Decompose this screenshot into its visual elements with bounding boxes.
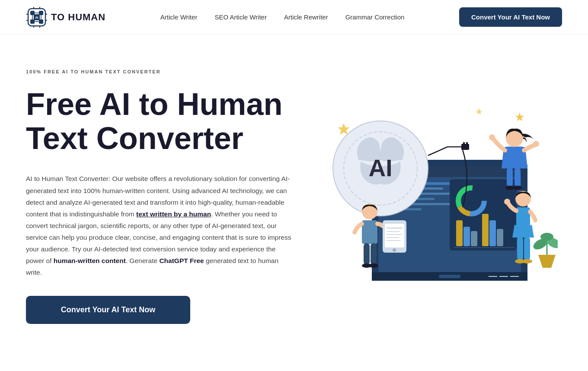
svg-rect-63: [364, 243, 370, 265]
svg-point-81: [522, 259, 532, 263]
hero-description: AI to Human Text Converter: Our website …: [26, 173, 294, 278]
svg-line-48: [428, 147, 447, 155]
svg-rect-51: [463, 142, 465, 145]
svg-rect-36: [482, 214, 489, 246]
svg-rect-34: [463, 227, 470, 246]
svg-rect-78: [517, 237, 523, 260]
svg-rect-38: [497, 229, 503, 246]
navbar: AI TO HUMAN Article Writer SEO Article W…: [0, 0, 588, 35]
svg-rect-4: [39, 19, 43, 24]
nav-item-article-writer[interactable]: Article Writer: [160, 13, 198, 21]
nav-item-article-rewriter[interactable]: Article Rewriter: [284, 13, 328, 21]
svg-rect-57: [514, 168, 521, 187]
svg-point-77: [504, 199, 510, 205]
svg-rect-50: [461, 144, 469, 150]
svg-rect-44: [439, 275, 460, 278]
hero-left: 100% FREE AI TO HUMAN TEXT CONVERTER Fre…: [26, 60, 303, 324]
svg-rect-33: [456, 220, 463, 246]
svg-rect-64: [371, 243, 377, 265]
hero-section: 100% FREE AI TO HUMAN TEXT CONVERTER Fre…: [0, 35, 588, 363]
small-tablet: [383, 220, 406, 253]
logo-icon: AI: [26, 6, 48, 28]
svg-point-85: [540, 233, 553, 241]
nav-cta-button[interactable]: Convert Your AI Text Now: [459, 7, 562, 27]
hero-highlight-3: ChatGPT Free: [159, 257, 204, 264]
svg-point-74: [393, 248, 396, 252]
plant-decoration: [531, 233, 558, 268]
svg-rect-2: [39, 11, 43, 15]
nav-item-seo-article-writer[interactable]: SEO Article Writer: [214, 13, 267, 21]
sparkle-small: [476, 108, 483, 114]
hero-badge: 100% FREE AI TO HUMAN TEXT CONVERTER: [26, 69, 303, 74]
svg-point-66: [369, 263, 378, 268]
svg-marker-87: [476, 108, 483, 114]
svg-rect-52: [466, 142, 468, 145]
svg-rect-37: [489, 220, 496, 246]
svg-point-58: [505, 186, 514, 190]
hero-cta-button[interactable]: Convert Your AI Text Now: [26, 296, 190, 324]
nav-links: Article Writer SEO Article Writer Articl…: [160, 13, 405, 21]
svg-rect-61: [362, 220, 377, 244]
svg-rect-56: [507, 168, 513, 187]
svg-point-55: [489, 134, 495, 140]
hero-desc-part3: . Generate: [126, 257, 160, 264]
svg-point-59: [513, 186, 522, 190]
logo[interactable]: AI TO HUMAN: [26, 6, 105, 28]
hero-right: AI: [303, 60, 562, 320]
svg-text:AI: AI: [369, 155, 393, 181]
svg-rect-1: [30, 11, 35, 15]
nav-item-grammar-correction[interactable]: Grammar Correction: [345, 13, 405, 21]
svg-point-54: [533, 141, 539, 147]
hero-highlight-2: human-written content: [54, 257, 126, 264]
svg-rect-68: [385, 224, 404, 247]
sparkle-top-right: [515, 112, 524, 121]
logo-text: TO HUMAN: [51, 12, 105, 23]
svg-rect-35: [471, 231, 477, 246]
hero-desc-part2: . Whether you need to convert technical …: [26, 210, 291, 265]
hero-title: Free AI to Human Text Converter: [26, 87, 303, 155]
hero-illustration: AI: [307, 99, 558, 281]
svg-rect-79: [524, 237, 530, 260]
svg-marker-19: [338, 123, 350, 135]
svg-marker-86: [515, 112, 524, 121]
svg-rect-3: [30, 19, 35, 24]
sparkle-top-left: [338, 123, 350, 135]
hero-highlight-1: text written by a human: [136, 210, 211, 218]
svg-text:AI: AI: [35, 16, 38, 19]
